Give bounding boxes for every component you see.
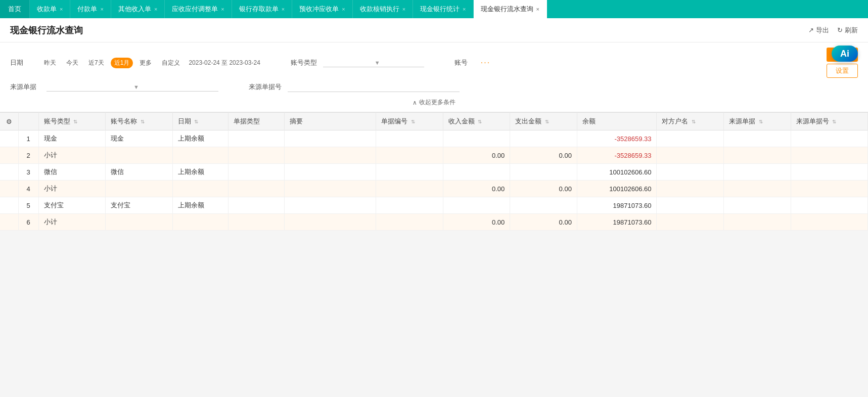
collapse-bar[interactable]: ∧ 收起更多条件 [10,96,858,108]
tab-bank-stats[interactable]: 现金银行统计 × [413,0,473,18]
account-type-filter: 账号类型 ▼ [291,58,424,67]
row-source-doc-cell [724,147,791,164]
tab-other-income[interactable]: 其他收入单 × [111,0,165,18]
col-header-source-doc[interactable]: 来源单据 ⇅ [724,113,791,130]
row-counterparty-cell [657,164,724,181]
row-account-name-cell [106,214,173,231]
tab-bank-flow[interactable]: 现金银行流水查询 × [474,0,547,18]
date-label: 日期 [10,58,30,67]
refresh-button[interactable]: ↻ 刷新 [837,26,858,35]
row-summary-cell [284,147,376,164]
row-date-cell [172,181,228,197]
tab-payment[interactable]: 付款单 × [70,0,111,18]
col-header-settings[interactable]: ⚙ [0,113,18,130]
tab-bank-flow-close[interactable]: × [536,6,539,12]
date-opt-7days[interactable]: 近7天 [85,58,108,68]
row-balance-cell: 100102606.60 [577,164,657,181]
setting-button[interactable]: 设置 [827,64,858,78]
row-source-doc-cell [724,214,791,231]
account-label: 账号 [454,58,475,67]
date-opt-custom[interactable]: 自定义 [158,58,184,68]
row-source-doc-no-cell [791,181,867,197]
row-date-cell: 上期余额 [172,164,228,181]
collapse-up-icon: ∧ [413,99,417,106]
sort-icon-account-name: ⇅ [141,119,145,124]
tab-bank-deposit[interactable]: 银行存取款单 × [232,0,292,18]
row-summary-cell [284,214,376,231]
col-header-source-doc-no[interactable]: 来源单据号 ⇅ [791,113,867,130]
row-counterparty-cell [657,181,724,197]
table-row: 4 小计 0.00 0.00 100102606.60 [0,181,868,197]
tab-arap[interactable]: 应收应付调整单 × [165,0,232,18]
row-doc-no-cell [376,164,443,181]
source-doc-select[interactable]: ▼ [47,83,218,92]
tab-bank-deposit-close[interactable]: × [282,6,285,12]
row-doc-no-cell [376,147,443,164]
ai-badge[interactable]: Ai [832,46,858,62]
row-source-doc-no-cell [791,130,867,147]
tab-advance[interactable]: 预收冲应收单 × [292,0,352,18]
row-doc-no-cell [376,130,443,147]
col-header-index [18,113,38,130]
filter-row-source: 来源单据 ▼ 来源单据号 [10,82,858,92]
account-type-select[interactable]: ▼ [323,59,424,67]
tab-other-income-close[interactable]: × [154,6,157,12]
row-income-cell [443,130,510,147]
date-opt-yesterday[interactable]: 昨天 [40,58,60,68]
account-filter: 账号 ··· [454,58,490,67]
top-navigation: 首页 收款单 × 付款单 × 其他收入单 × 应收应付调整单 × 银行存取款单 … [0,0,868,18]
export-label: 导出 [816,26,829,35]
row-expense-cell [510,164,577,181]
row-doc-no-cell [376,181,443,197]
row-account-type-cell: 微信 [38,164,106,181]
col-header-account-type[interactable]: 账号类型 ⇅ [38,113,106,130]
row-counterparty-cell [657,214,724,231]
row-date-cell: 上期余额 [172,197,228,214]
tab-arap-label: 应收应付调整单 [172,5,218,14]
row-doc-type-cell [229,164,284,181]
date-opt-more[interactable]: 更多 [136,58,155,68]
tab-arap-close[interactable]: × [221,6,224,12]
nav-home[interactable]: 首页 [0,0,30,18]
export-icon: ↗ [808,26,814,34]
table-row: 3 微信 微信 上期余额 100102606.60 [0,164,868,181]
row-source-doc-cell [724,181,791,197]
page-header: 现金银行流水查询 ↗ 导出 ↻ 刷新 [0,18,868,42]
col-header-counterparty[interactable]: 对方户名 ⇅ [657,113,724,130]
account-type-label: 账号类型 [291,58,317,67]
col-header-account-name[interactable]: 账号名称 ⇅ [106,113,173,130]
source-doc-no-input[interactable] [288,82,460,92]
row-settings-cell [0,214,18,231]
row-expense-cell [510,130,577,147]
refresh-icon: ↻ [837,26,843,34]
table-wrapper: ⚙ 账号类型 ⇅ 账号名称 ⇅ 日期 ⇅ 单据类型 摘要 单据编号 ⇅ 收入金额… [0,112,868,231]
row-index-cell: 4 [18,181,38,197]
row-source-doc-no-cell [791,147,867,164]
tab-payment-close[interactable]: × [100,6,103,12]
export-button[interactable]: ↗ 导出 [808,26,829,35]
account-dots-button[interactable]: ··· [481,58,490,67]
col-header-date[interactable]: 日期 ⇅ [172,113,228,130]
date-range-display: 2023-02-24 至 2023-03-24 [189,59,260,67]
tab-receipt-close[interactable]: × [60,6,63,12]
col-header-income[interactable]: 收入金额 ⇅ [443,113,510,130]
tab-verification-close[interactable]: × [402,6,405,12]
tab-receipt[interactable]: 收款单 × [30,0,70,18]
row-doc-no-cell [376,214,443,231]
col-header-expense[interactable]: 支出金额 ⇅ [510,113,577,130]
row-index-cell: 5 [18,197,38,214]
date-opt-1month[interactable]: 近1月 [111,58,133,68]
row-expense-cell [510,197,577,214]
row-income-cell: 0.00 [443,181,510,197]
source-doc-chevron-icon: ▼ [133,84,216,90]
tab-bank-flow-label: 现金银行流水查询 [481,5,533,14]
row-summary-cell [284,130,376,147]
tab-verification[interactable]: 收款核销执行 × [353,0,413,18]
tab-bank-stats-close[interactable]: × [463,6,466,12]
tab-advance-close[interactable]: × [342,6,345,12]
tab-other-income-label: 其他收入单 [118,5,151,14]
col-header-doc-no[interactable]: 单据编号 ⇅ [376,113,443,130]
date-opt-today[interactable]: 今天 [63,58,82,68]
row-doc-type-cell [229,181,284,197]
table-row: 2 小计 0.00 0.00 -3528659.33 [0,147,868,164]
